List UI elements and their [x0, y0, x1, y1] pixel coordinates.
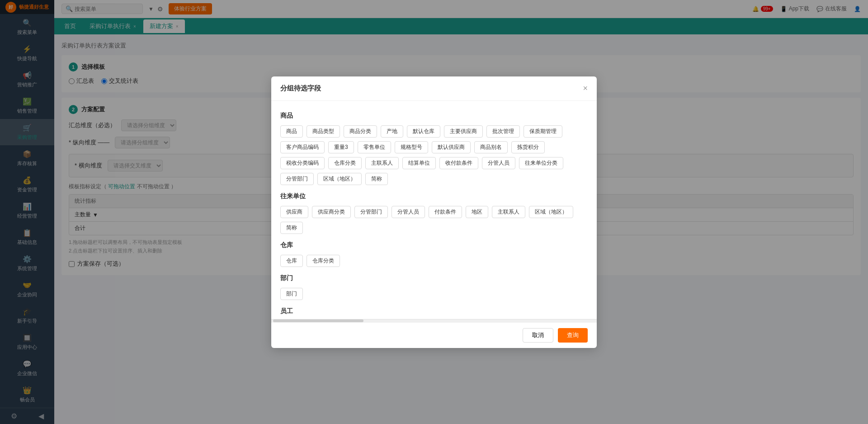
cancel-button[interactable]: 取消 — [523, 328, 553, 343]
modal-title: 分组待选字段 — [280, 84, 321, 93]
field-tag-1-2[interactable]: 分管部门 — [354, 206, 388, 218]
modal-overlay[interactable]: 分组待选字段 × 商品商品商品类型商品分类产地默认仓库主要供应商批次管理保质期管… — [0, 0, 868, 424]
field-tag-0-22[interactable]: 分管部门 — [280, 173, 314, 185]
field-group-title-0: 商品 — [280, 112, 588, 120]
field-tag-0-18[interactable]: 结算单位 — [402, 157, 436, 169]
field-tag-1-1[interactable]: 供应商分类 — [312, 206, 351, 218]
field-tag-1-0[interactable]: 供应商 — [280, 206, 308, 218]
field-tag-3-0[interactable]: 部门 — [280, 288, 303, 300]
horizontal-scrollbar[interactable] — [271, 319, 597, 322]
field-tag-0-20[interactable]: 分管人员 — [482, 157, 515, 169]
field-tag-0-9[interactable]: 重量3 — [328, 141, 354, 153]
field-tag-2-1[interactable]: 仓库分类 — [307, 255, 340, 267]
field-tags-2: 仓库仓库分类 — [280, 255, 588, 267]
field-tag-0-24[interactable]: 简称 — [365, 173, 388, 185]
field-group-title-4: 员工 — [280, 307, 588, 315]
field-tag-0-1[interactable]: 商品类型 — [307, 125, 340, 138]
field-tag-2-0[interactable]: 仓库 — [280, 255, 303, 267]
field-group-title-2: 仓库 — [280, 241, 588, 249]
field-tag-0-10[interactable]: 零售单位 — [358, 141, 391, 153]
field-tag-0-15[interactable]: 税收分类编码 — [280, 157, 325, 169]
field-tag-1-5[interactable]: 地区 — [466, 206, 488, 218]
modal-header: 分组待选字段 × — [271, 76, 597, 101]
field-tag-0-11[interactable]: 规格型号 — [395, 141, 428, 153]
field-tag-0-16[interactable]: 仓库分类 — [328, 157, 362, 169]
field-tag-0-14[interactable]: 拣货积分 — [511, 141, 545, 153]
field-tag-0-12[interactable]: 默认供应商 — [432, 141, 471, 153]
modal-footer: 取消 查询 — [271, 322, 597, 348]
field-select-modal: 分组待选字段 × 商品商品商品类型商品分类产地默认仓库主要供应商批次管理保质期管… — [271, 76, 597, 348]
field-tags-0: 商品商品类型商品分类产地默认仓库主要供应商批次管理保质期管理客户商品编码重量3零… — [280, 125, 588, 185]
field-tags-3: 部门 — [280, 288, 588, 300]
field-group-title-1: 往来单位 — [280, 192, 588, 200]
field-tag-0-19[interactable]: 收付款条件 — [439, 157, 478, 169]
field-tag-1-8[interactable]: 简称 — [280, 222, 303, 234]
field-tag-0-2[interactable]: 商品分类 — [344, 125, 377, 138]
field-tag-0-8[interactable]: 客户商品编码 — [280, 141, 325, 153]
field-tag-0-7[interactable]: 保质期管理 — [524, 125, 562, 138]
modal-close-button[interactable]: × — [583, 84, 588, 93]
field-group-title-3: 部门 — [280, 274, 588, 282]
field-tag-0-0[interactable]: 商品 — [280, 125, 303, 138]
field-tag-1-3[interactable]: 分管人员 — [392, 206, 425, 218]
field-tag-0-4[interactable]: 默认仓库 — [407, 125, 440, 138]
field-tag-0-13[interactable]: 商品别名 — [474, 141, 508, 153]
field-tag-1-4[interactable]: 付款条件 — [429, 206, 462, 218]
field-tag-0-6[interactable]: 批次管理 — [486, 125, 520, 138]
field-tag-1-6[interactable]: 主联系人 — [492, 206, 525, 218]
field-tag-0-3[interactable]: 产地 — [381, 125, 403, 138]
field-tag-0-5[interactable]: 主要供应商 — [444, 125, 483, 138]
field-tag-0-17[interactable]: 主联系人 — [365, 157, 399, 169]
field-tag-0-23[interactable]: 区域（地区） — [317, 173, 362, 185]
field-tag-0-21[interactable]: 往来单位分类 — [519, 157, 563, 169]
confirm-button[interactable]: 查询 — [558, 328, 588, 343]
modal-body: 商品商品商品类型商品分类产地默认仓库主要供应商批次管理保质期管理客户商品编码重量… — [271, 101, 597, 319]
scrollbar-thumb[interactable] — [273, 319, 363, 322]
field-tag-1-7[interactable]: 区域（地区） — [529, 206, 573, 218]
field-tags-1: 供应商供应商分类分管部门分管人员付款条件地区主联系人区域（地区）简称 — [280, 206, 588, 234]
